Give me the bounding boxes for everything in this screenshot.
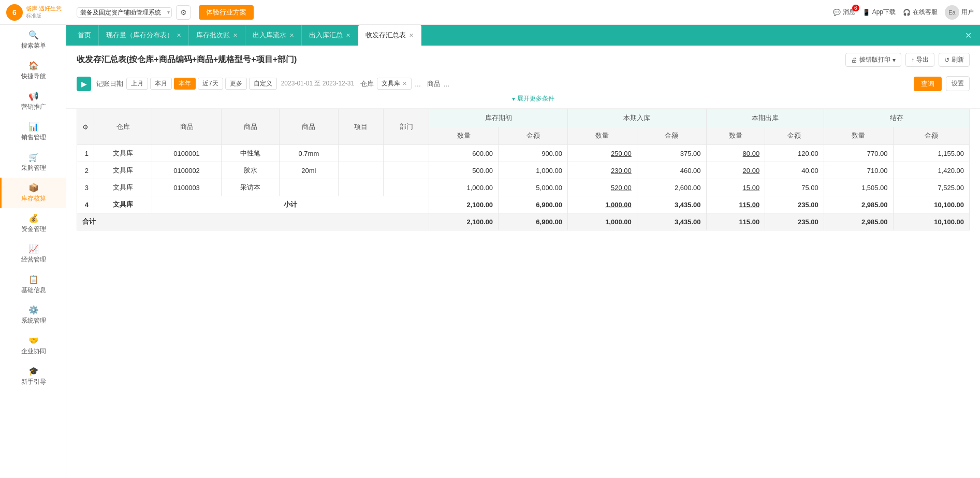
total-opening-qty: 2,100.00 (429, 213, 499, 230)
settings-gear-button[interactable]: ⚙ (176, 5, 191, 20)
data-table: ⚙ 仓库 商品 商品 商品 项目 部门 库存期初 本期入库 本期出库 (77, 109, 970, 230)
page-content: 收发存汇总表(按仓库+商品编码+商品+规格型号+项目+部门) 🖨 拨错版打印 ▾… (66, 46, 980, 478)
th-settings[interactable]: ⚙ (77, 109, 94, 145)
sidebar-item-system[interactable]: ⚙️ 系统管理 (0, 300, 66, 330)
th-out-amt: 金额 (765, 127, 824, 145)
warehouse-more-dots[interactable]: ... (415, 80, 421, 88)
sidebar-item-marketing[interactable]: 📢 营销推广 (0, 86, 66, 117)
chevron-down-icon-expand: ▾ (512, 95, 515, 103)
sidebar-quicknav-label: 快捷导航 (21, 72, 46, 81)
user-item[interactable]: Ea 用户 (945, 5, 974, 20)
tab-bar: 首页 现存量（库存分布表） ✕ 库存批次账 ✕ 出入库流水 ✕ 出入库汇总 ✕ (66, 25, 980, 46)
cell-in-amt: 460.00 (637, 162, 706, 179)
tab-in-out-summary[interactable]: 出入库汇总 ✕ (302, 25, 358, 46)
total-closing-amt: 10,100.00 (893, 213, 969, 230)
cell-department (384, 179, 429, 196)
refresh-button[interactable]: ↺ 刷新 (939, 53, 970, 67)
subtotal-closing-amt: 10,100.00 (893, 196, 969, 213)
trial-button[interactable]: 体验行业方案 (199, 5, 254, 20)
content-area: 首页 现存量（库存分布表） ✕ 库存批次账 ✕ 出入库流水 ✕ 出入库汇总 ✕ (66, 25, 980, 478)
tab-stock-dist-close[interactable]: ✕ (177, 32, 181, 39)
date-range-text: 2023-01-01 至 2023-12-31 (281, 79, 354, 88)
goods-more-dots[interactable]: ... (444, 80, 450, 88)
sidebar-item-quick-nav[interactable]: 🏠 快捷导航 (0, 55, 66, 86)
tab-recv-send-close[interactable]: ✕ (409, 32, 414, 39)
goods-filter-label: 商品 (427, 79, 441, 89)
date-btn-last-month[interactable]: 上月 (126, 78, 148, 90)
basic-info-icon: 📋 (28, 274, 39, 284)
warehouse-tag[interactable]: 文具库 ✕ (377, 78, 412, 90)
cell-out-qty[interactable]: 80.00 (706, 145, 765, 162)
message-badge: 6 (852, 5, 859, 11)
chevron-down-icon: ▾ (893, 56, 896, 64)
total-in-amt: 3,435.00 (637, 213, 706, 230)
th-project: 项目 (338, 109, 384, 145)
print-icon: 🖨 (851, 56, 857, 64)
system-selector[interactable]: 装备及固定资产辅助管理系统 (77, 7, 172, 18)
finance-icon: 💰 (28, 213, 39, 223)
sidebar-item-sales[interactable]: 📊 销售管理 (0, 117, 66, 147)
online-service-item[interactable]: 🎧 在线客服 (903, 8, 938, 17)
tab-in-out-summary-label: 出入库汇总 (309, 31, 343, 40)
tab-in-out-flow-close[interactable]: ✕ (289, 32, 294, 39)
sidebar-item-basic-info[interactable]: 📋 基础信息 (0, 269, 66, 300)
cell-in-qty[interactable]: 250.00 (567, 145, 637, 162)
tab-in-out-flow[interactable]: 出入库流水 ✕ (245, 25, 302, 46)
cell-out-qty[interactable]: 20.00 (706, 162, 765, 179)
sidebar-guide-label: 新手引导 (21, 378, 46, 386)
logo-sub: 标准版 (26, 12, 62, 20)
cell-seq: 1 (77, 145, 94, 162)
table-body: 1 文具库 0100001 中性笔 0.7mm 600.00 900.00 25… (77, 145, 970, 213)
filter-collapse-button[interactable]: ▶ (77, 77, 91, 91)
sidebar-item-inventory[interactable]: 📦 库存核算 (0, 178, 66, 208)
logo-text-wrap: 畅库·遇好生意 标准版 (26, 5, 62, 19)
cell-closing-qty: 770.00 (824, 145, 893, 162)
tab-bar-close-button[interactable]: ✕ (961, 31, 976, 40)
cell-warehouse: 文具库 (94, 162, 152, 179)
date-btn-this-year[interactable]: 本年 (174, 78, 196, 90)
sidebar-item-guide[interactable]: 🎓 新手引导 (0, 361, 66, 392)
message-item[interactable]: 💬 消息 6 (833, 8, 855, 17)
sidebar-item-enterprise[interactable]: 🤝 企业协同 (0, 330, 66, 361)
warehouse-filter-label: 仓库 (360, 79, 374, 89)
sidebar-item-operation[interactable]: 📈 经营管理 (0, 239, 66, 269)
table-row: 3 文具库 0100003 采访本 1,000.00 5,000.00 520.… (77, 179, 970, 196)
system-icon: ⚙️ (28, 305, 39, 315)
setting-button[interactable]: 设置 (946, 76, 970, 91)
tab-stock-dist[interactable]: 现存量（库存分布表） ✕ (99, 25, 189, 46)
print-button[interactable]: 🖨 拨错版打印 ▾ (845, 53, 901, 67)
tab-batch-ledger-close[interactable]: ✕ (233, 32, 238, 39)
cell-opening-qty: 1,000.00 (429, 179, 499, 196)
date-btn-this-month[interactable]: 本月 (150, 78, 172, 90)
query-button[interactable]: 查询 (914, 77, 942, 91)
tab-in-out-summary-close[interactable]: ✕ (346, 32, 350, 39)
system-selector-wrap[interactable]: 装备及固定资产辅助管理系统 (77, 7, 172, 18)
subtotal-out-qty[interactable]: 115.00 (706, 196, 765, 213)
data-table-wrap: ⚙ 仓库 商品 商品 商品 项目 部门 库存期初 本期入库 本期出库 (66, 109, 980, 241)
guide-icon: 🎓 (28, 366, 39, 376)
date-btn-more[interactable]: 更多 (225, 78, 247, 90)
tab-home[interactable]: 首页 (70, 25, 99, 46)
cell-goods-spec: 0.7mm (280, 145, 339, 162)
sidebar-item-purchase[interactable]: 🛒 采购管理 (0, 147, 66, 178)
tab-recv-send-summary[interactable]: 收发存汇总表 ✕ (358, 25, 421, 46)
cell-opening-qty: 500.00 (429, 162, 499, 179)
cell-in-qty[interactable]: 230.00 (567, 162, 637, 179)
filter-section: ▶ 记账日期 上月 本月 本年 近7天 更多 自定义 (66, 71, 980, 109)
cell-out-qty[interactable]: 15.00 (706, 179, 765, 196)
export-icon: ↑ (911, 56, 914, 64)
tab-batch-ledger[interactable]: 库存批次账 ✕ (189, 25, 245, 46)
sidebar-item-finance[interactable]: 💰 资金管理 (0, 208, 66, 239)
cell-in-qty[interactable]: 520.00 (567, 179, 637, 196)
sidebar-item-search[interactable]: 🔍 搜索菜单 (0, 25, 66, 55)
warehouse-tag-text: 文具库 (382, 79, 400, 88)
tab-batch-ledger-label: 库存批次账 (196, 31, 230, 40)
date-btn-custom[interactable]: 自定义 (249, 78, 277, 90)
date-btn-7days[interactable]: 近7天 (198, 78, 223, 90)
subtotal-in-qty[interactable]: 1,000.00 (567, 196, 637, 213)
app-download-item[interactable]: 📱 App下载 (862, 8, 896, 17)
expand-more-button[interactable]: ▾ 展开更多条件 (512, 94, 554, 103)
export-button[interactable]: ↑ 导出 (905, 53, 934, 67)
warehouse-tag-close[interactable]: ✕ (402, 80, 407, 87)
cell-closing-amt: 7,525.00 (893, 179, 969, 196)
